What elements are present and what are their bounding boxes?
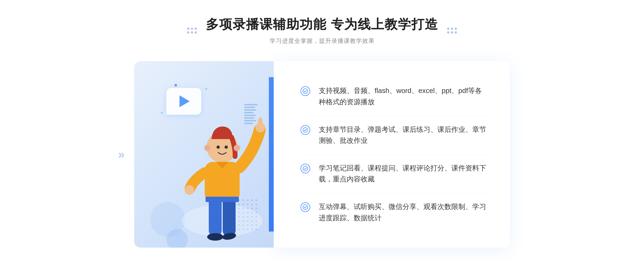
page-title: 多项录播课辅助功能 专为线上教学打造	[206, 16, 438, 33]
sparkle-dot-1	[174, 84, 177, 87]
dot	[191, 28, 193, 30]
check-icon-1	[301, 86, 310, 96]
check-icon-3	[301, 164, 310, 173]
svg-point-16	[303, 89, 308, 94]
feature-text-1: 支持视频、音频、flash、word、excel、ppt、pdf等各种格式的资源…	[319, 85, 488, 107]
svg-point-8	[258, 117, 263, 128]
sparkle-dot-2	[205, 88, 207, 90]
dot	[195, 28, 197, 30]
svg-point-18	[303, 166, 308, 171]
feature-text-4: 互动弹幕、试听购买、微信分享、观看次数限制、学习进度跟踪、数据统计	[319, 201, 488, 223]
svg-point-14	[204, 145, 211, 151]
person-illustration	[177, 98, 268, 248]
dot	[195, 31, 197, 34]
feature-text-2: 支持章节目录、弹题考试、课后练习、课后作业、章节测验、批改作业	[319, 124, 488, 146]
features-card: 支持视频、音频、flash、word、excel、ppt、pdf等各种格式的资源…	[274, 61, 510, 248]
check-icon-2	[301, 125, 310, 135]
feature-item-3: 学习笔记回看、课程提问、课程评论打分、课件资料下载，重点内容收藏	[301, 155, 488, 193]
svg-point-15	[234, 145, 240, 151]
page-wrapper: 多项录播课辅助功能 专为线上教学打造 学习进度全掌握，提升录播课教学效果 »	[0, 0, 644, 261]
svg-point-19	[303, 205, 308, 210]
dot	[187, 31, 189, 34]
check-icon-4	[301, 202, 310, 212]
feature-item-4: 互动弹幕、试听购买、微信分享、观看次数限制、学习进度跟踪、数据统计	[301, 193, 488, 232]
header-section: 多项录播课辅助功能 专为线上教学打造 学习进度全掌握，提升录播课教学效果	[206, 16, 438, 45]
dot	[455, 28, 457, 30]
dot	[455, 31, 457, 34]
sparkle-dot-3	[161, 112, 163, 114]
dot	[187, 28, 189, 30]
svg-rect-6	[206, 197, 239, 202]
svg-point-3	[207, 233, 223, 241]
dot	[451, 28, 453, 30]
header-dots-left	[187, 28, 197, 34]
content-section: »	[134, 61, 510, 248]
feature-text-3: 学习笔记回看、课程提问、课程评论打分、课件资料下载，重点内容收藏	[319, 163, 488, 185]
header-dots-right	[447, 28, 457, 34]
svg-point-13	[225, 146, 228, 149]
feature-item-2: 支持章节目录、弹题考试、课后练习、课后作业、章节测验、批改作业	[301, 116, 488, 155]
dot	[447, 31, 449, 34]
dot	[191, 31, 193, 34]
svg-point-9	[185, 185, 194, 195]
feature-item-1: 支持视频、音频、flash、word、excel、ppt、pdf等各种格式的资源…	[301, 77, 488, 116]
page-chevron-left: »	[118, 148, 122, 161]
dot	[451, 31, 453, 34]
svg-point-0	[182, 205, 262, 237]
page-subtitle: 学习进度全掌握，提升录播课教学效果	[206, 37, 438, 45]
dot	[447, 28, 449, 30]
svg-point-12	[217, 146, 220, 149]
illustration-area	[134, 61, 274, 248]
svg-point-17	[303, 128, 308, 132]
blue-strip	[269, 77, 274, 232]
